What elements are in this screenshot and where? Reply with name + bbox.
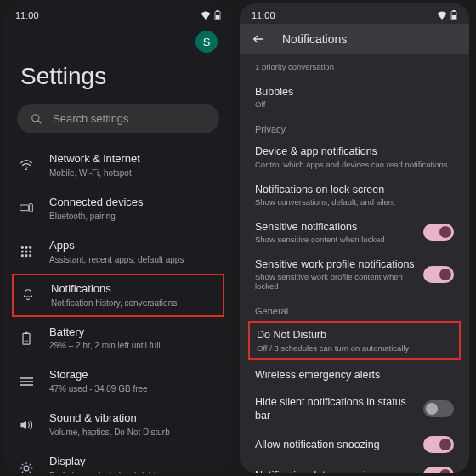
svg-point-23 xyxy=(24,466,29,471)
bell-icon xyxy=(22,288,34,302)
notifications-screen: 11:00 Notifications 1 priority conversat… xyxy=(240,3,469,473)
battery-icon xyxy=(450,10,457,20)
svg-line-29 xyxy=(30,471,31,472)
row-priority[interactable]: 1 priority conversation xyxy=(240,54,469,78)
svg-rect-7 xyxy=(29,204,32,212)
item-sound[interactable]: Sound & vibrationVolume, haptics, Do Not… xyxy=(3,403,233,446)
toggle-sensitive-work[interactable] xyxy=(423,266,454,283)
row-hide-silent[interactable]: Hide silent notifications in status bar xyxy=(240,388,469,430)
search-placeholder: Search settings xyxy=(53,112,129,125)
item-notifications[interactable]: NotificationsNotification history, conve… xyxy=(20,282,216,309)
row-snoozing[interactable]: Allow notification snoozing xyxy=(240,429,469,460)
page-title: Settings xyxy=(3,53,233,104)
status-time: 11:00 xyxy=(15,10,39,20)
item-network[interactable]: Network & internetMobile, Wi-Fi, hotspot xyxy=(3,144,233,187)
header-bar: Notifications xyxy=(240,24,469,54)
search-input[interactable]: Search settings xyxy=(17,104,219,133)
row-notif-dot[interactable]: Notification dot on app icon xyxy=(240,460,469,473)
brightness-icon xyxy=(20,462,33,473)
svg-point-10 xyxy=(29,246,31,249)
devices-icon xyxy=(20,203,33,213)
status-bar: 11:00 xyxy=(3,3,233,24)
svg-line-31 xyxy=(30,464,31,465)
svg-rect-2 xyxy=(216,15,220,20)
apps-icon xyxy=(20,246,32,258)
svg-point-14 xyxy=(21,254,24,257)
section-privacy: Privacy xyxy=(240,116,469,138)
highlight-dnd: Do Not DisturbOff / 3 schedules can turn… xyxy=(248,321,461,359)
svg-line-4 xyxy=(38,120,42,123)
wifi-icon xyxy=(437,11,447,20)
profile-avatar[interactable]: S xyxy=(196,31,218,53)
status-icons xyxy=(201,10,221,20)
svg-rect-34 xyxy=(452,15,456,20)
item-apps[interactable]: AppsAssistant, recent apps, default apps xyxy=(3,230,233,274)
storage-icon xyxy=(20,377,33,387)
svg-point-3 xyxy=(32,114,39,121)
svg-rect-1 xyxy=(217,10,219,12)
row-sensitive-work[interactable]: Sensitive work profile notificationsShow… xyxy=(240,251,469,298)
svg-rect-33 xyxy=(453,10,456,12)
row-bubbles[interactable]: BubblesOff xyxy=(240,78,469,116)
volume-icon xyxy=(20,419,33,431)
row-wireless-alerts[interactable]: Wireless emergency alerts xyxy=(240,361,469,388)
svg-line-28 xyxy=(22,464,23,465)
toggle-notif-dot[interactable] xyxy=(423,467,454,473)
row-device-app[interactable]: Device & app notificationsControl which … xyxy=(240,138,469,175)
status-time: 11:00 xyxy=(252,10,275,20)
svg-point-13 xyxy=(29,251,31,253)
toggle-sensitive[interactable] xyxy=(423,224,454,241)
highlight-notifications: NotificationsNotification history, conve… xyxy=(12,274,224,317)
wifi-icon xyxy=(201,11,211,20)
item-battery[interactable]: Battery29% – 2 hr, 2 min left until full xyxy=(3,317,233,360)
status-bar: 11:00 xyxy=(240,3,469,24)
row-sensitive[interactable]: Sensitive notificationsShow sensitive co… xyxy=(240,213,469,251)
svg-point-11 xyxy=(21,251,24,253)
item-display[interactable]: DisplayDark theme, font size, brightness xyxy=(3,446,233,473)
svg-point-5 xyxy=(26,169,27,171)
svg-rect-17 xyxy=(23,333,30,344)
header-title: Notifications xyxy=(282,32,347,46)
status-icons xyxy=(437,10,457,20)
section-general: General xyxy=(240,298,469,320)
svg-line-30 xyxy=(22,471,23,472)
row-lockscreen[interactable]: Notifications on lock screenShow convers… xyxy=(240,176,469,213)
settings-screen: 11:00 S Settings Search settings Network… xyxy=(3,3,233,473)
search-icon xyxy=(31,113,42,125)
battery-icon xyxy=(22,332,31,345)
svg-point-8 xyxy=(21,246,24,249)
toggle-hide-silent[interactable] xyxy=(423,400,454,417)
svg-rect-18 xyxy=(25,332,27,334)
svg-point-9 xyxy=(25,246,27,249)
svg-rect-6 xyxy=(20,205,29,211)
wifi-icon xyxy=(20,160,33,170)
svg-point-12 xyxy=(25,251,27,253)
item-storage[interactable]: Storage47% used - 34.09 GB free xyxy=(3,360,233,403)
battery-icon xyxy=(214,10,221,20)
back-icon[interactable] xyxy=(252,32,265,46)
svg-point-16 xyxy=(29,254,31,257)
row-dnd[interactable]: Do Not DisturbOff / 3 schedules can turn… xyxy=(257,328,452,352)
item-connected-devices[interactable]: Connected devicesBluetooth, pairing xyxy=(3,187,233,230)
toggle-snoozing[interactable] xyxy=(423,436,454,453)
svg-point-15 xyxy=(25,254,27,257)
